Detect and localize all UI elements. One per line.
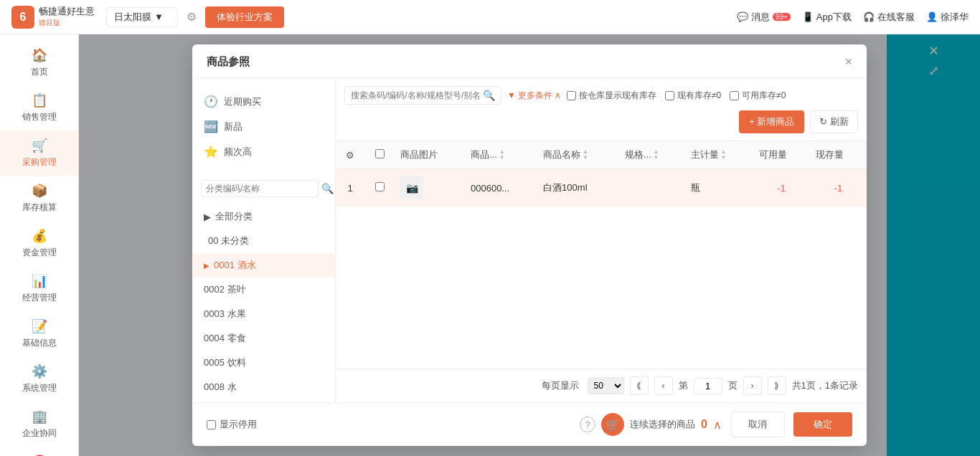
cat-0003-name: 0003 水果: [204, 308, 246, 320]
th-unit-label: 主计量: [691, 148, 719, 161]
refresh-button[interactable]: ↻ 刷新: [810, 110, 858, 133]
cat-item-0003[interactable]: 0003 水果: [192, 302, 335, 326]
logo-icon: 6: [11, 6, 34, 29]
system-icon: ⚙️: [32, 364, 47, 379]
th-code[interactable]: 商品... ▲▼: [465, 141, 537, 169]
sidebar-item-sales[interactable]: 📋 销售管理: [0, 85, 78, 130]
nav-service[interactable]: 🎧 在线客服: [863, 11, 915, 24]
td-index: 1: [336, 169, 364, 207]
sidebar-item-enterprise[interactable]: 🏢 企业协同: [0, 402, 78, 447]
modal-header: 商品参照 ×: [192, 44, 867, 79]
sidebar-item-operations[interactable]: 📊 经营管理: [0, 266, 78, 311]
filter-check-available-ne[interactable]: 可用库存≠0: [730, 90, 786, 102]
td-image: 📷: [395, 169, 465, 207]
sidebar-item-purchase[interactable]: 🛒 采购管理: [0, 130, 78, 176]
app-sub: 猜目版: [39, 18, 95, 28]
page-size-select[interactable]: 50 10 20 100: [588, 377, 624, 394]
modal-body: 🕐 近期购买 🆕 新品 ⭐ 频次高: [192, 79, 867, 402]
logo-area: 6 畅捷通好生意 猜目版: [11, 6, 98, 29]
cat-item-0001[interactable]: ▶ 0001 酒水: [192, 253, 335, 277]
phone-icon: 📱: [802, 11, 814, 22]
td-unit: 瓶: [685, 169, 753, 207]
category-search-input[interactable]: [201, 180, 319, 197]
sidebar-item-system[interactable]: ⚙️ 系统管理: [0, 356, 78, 402]
product-search-wrap: 🔍: [344, 86, 501, 105]
sidebar: 🏠 首页 📋 销售管理 🛒 采购管理 📦 库存核算 💰 资金管理 📊 经营管理 …: [0, 34, 79, 456]
th-stock-label: 现存量: [816, 149, 844, 160]
select-all-checkbox[interactable]: [375, 149, 385, 158]
cart-collapse-icon[interactable]: ∧: [713, 418, 722, 432]
row-checkbox[interactable]: [375, 182, 385, 191]
message-label: 消息: [751, 11, 770, 24]
th-spec[interactable]: 规格... ▲▼: [619, 141, 685, 169]
th-name[interactable]: 商品名称 ▲▼: [537, 141, 619, 169]
help-icon[interactable]: ?: [580, 417, 595, 432]
page-total: 共1页，1条记录: [792, 379, 858, 392]
modal-footer: 显示停用 ? 🛒 连续选择的商品 0 ∧ 取消 确定: [192, 402, 867, 446]
th-name-label: 商品名称: [543, 148, 580, 161]
page-last-btn[interactable]: ⟫: [768, 376, 786, 395]
cat-all-label: 全部分类: [215, 210, 253, 223]
cat-all[interactable]: ▶ 全部分类: [192, 204, 335, 229]
sidebar-item-guide[interactable]: 🎯 新手引导: [0, 447, 78, 456]
cat-item-0008[interactable]: 0008 水: [192, 375, 335, 399]
show-disabled-label: 显示停用: [220, 418, 257, 431]
checkbox-stock-ne[interactable]: [665, 91, 674, 100]
app-name: 畅捷通好生意: [39, 6, 95, 18]
confirm-button[interactable]: 确定: [793, 412, 852, 437]
td-available: -1: [753, 169, 810, 207]
show-disabled-checkbox[interactable]: [207, 420, 216, 429]
th-checkbox[interactable]: [364, 141, 395, 169]
gear-icon[interactable]: ⚙: [187, 10, 197, 24]
product-search-input[interactable]: [351, 90, 480, 100]
filter-check-stock-ne-label: 现有库存≠0: [677, 90, 721, 102]
checkbox-warehouse[interactable]: [567, 91, 576, 100]
left-quick-section: 🕐 近期购买 🆕 新品 ⭐ 频次高: [192, 86, 335, 167]
table-row[interactable]: 1 📷 000600... 白酒100ml: [336, 169, 867, 207]
sidebar-item-finance[interactable]: 💰 资金管理: [0, 221, 78, 266]
th-unit[interactable]: 主计量 ▲▼: [685, 141, 753, 169]
category-list: ▶ 全部分类 00 未分类 ▶ 0001 酒水: [192, 201, 335, 402]
cancel-button[interactable]: 取消: [730, 412, 785, 437]
exp-button[interactable]: 体验行业方案: [205, 6, 284, 28]
th-settings[interactable]: ⚙: [336, 141, 364, 169]
sidebar-label-finance: 资金管理: [22, 247, 57, 259]
cat-item-0005[interactable]: 0005 饮料: [192, 351, 335, 375]
new-icon: 🆕: [204, 120, 218, 133]
nav-user[interactable]: 👤 徐泽华: [926, 11, 969, 24]
filter-check-warehouse[interactable]: 按仓库显示现有库存: [567, 90, 656, 102]
sidebar-label-purchase: 采购管理: [22, 156, 57, 168]
category-search-icon[interactable]: 🔍: [321, 183, 334, 194]
cart-icon[interactable]: 🛒: [601, 413, 624, 436]
nav-app-download[interactable]: 📱 App下载: [802, 11, 852, 24]
page-prev-btn[interactable]: ‹: [654, 376, 673, 395]
page-first-btn[interactable]: ⟪: [630, 376, 649, 395]
add-product-button[interactable]: + 新增商品: [739, 110, 804, 133]
table-header-row: ⚙ 商品图片 商品... ▲▼: [336, 141, 867, 169]
modal-close-button[interactable]: ×: [844, 54, 852, 70]
sort-name-arrows: ▲▼: [583, 149, 588, 161]
store-selector[interactable]: 日太阳膜 ▼: [106, 7, 178, 27]
cat-item-0004[interactable]: 0004 零食: [192, 326, 335, 351]
nav-message[interactable]: 💬 消息 99+: [737, 11, 791, 24]
page-number-input[interactable]: [694, 378, 722, 394]
left-nav-new[interactable]: 🆕 新品: [192, 114, 335, 139]
sidebar-item-basic[interactable]: 📝 基础信息: [0, 311, 78, 356]
checkbox-available-ne[interactable]: [730, 91, 739, 100]
sort-unit-arrows: ▲▼: [721, 149, 727, 161]
filter-check-stock-ne[interactable]: 现有库存≠0: [665, 90, 721, 102]
sidebar-item-inventory[interactable]: 📦 库存核算: [0, 176, 78, 221]
page-next-btn[interactable]: ›: [743, 376, 762, 395]
cat-item-0002[interactable]: 0002 茶叶: [192, 277, 335, 302]
left-nav-frequent[interactable]: ⭐ 频次高: [192, 139, 335, 164]
modal-title: 商品参照: [207, 55, 250, 69]
chevron-down-icon: ▼: [154, 11, 164, 22]
left-nav-recent[interactable]: 🕐 近期购买: [192, 89, 335, 114]
th-available-label: 可用量: [759, 149, 787, 160]
td-checkbox[interactable]: [364, 169, 395, 207]
product-search-icon[interactable]: 🔍: [483, 90, 495, 101]
filter-more[interactable]: ▼ 更多条件 ∧: [507, 90, 561, 102]
show-disabled-check[interactable]: 显示停用: [207, 418, 257, 431]
sidebar-item-home[interactable]: 🏠 首页: [0, 40, 78, 85]
cat-item-00[interactable]: 00 未分类: [192, 229, 335, 253]
